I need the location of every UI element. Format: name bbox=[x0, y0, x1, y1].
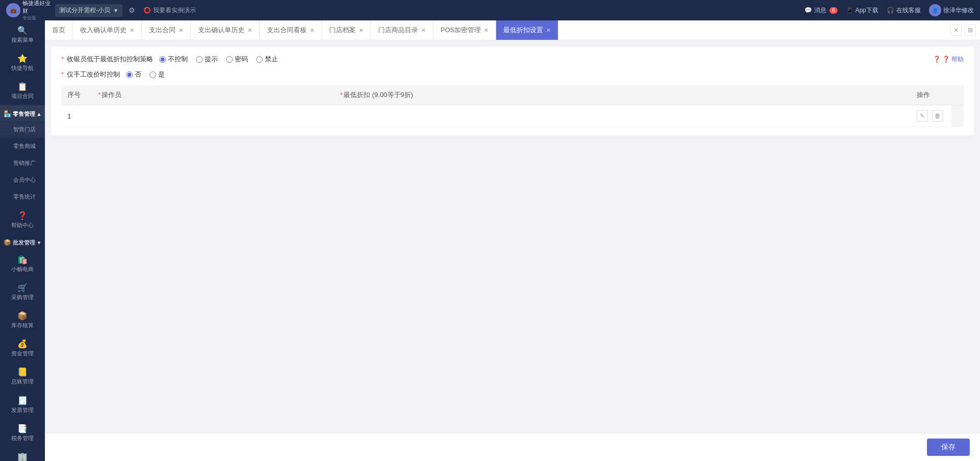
tab-expand-button[interactable]: ⊞ bbox=[965, 25, 976, 36]
tab-close-store-product-catalog[interactable]: ✕ bbox=[421, 28, 426, 33]
tab-close-all-button[interactable]: ✕ bbox=[950, 25, 962, 36]
cell-actions: ✎ 🗑 bbox=[911, 105, 951, 127]
tab-close-payment-contract[interactable]: ✕ bbox=[179, 28, 183, 33]
user-menu[interactable]: 👤 徐泽华修改 bbox=[929, 4, 974, 16]
sidebar-item-fixed-assets[interactable]: 🏢 固定资产 bbox=[0, 447, 45, 461]
radio-manual-yes[interactable]: 是 bbox=[150, 70, 165, 79]
radio-prompt-input[interactable] bbox=[196, 56, 203, 63]
tab-close-payment-contract-board[interactable]: ✕ bbox=[310, 28, 314, 33]
sidebar-item-fund-management[interactable]: 💰 资金管理 bbox=[0, 334, 45, 362]
radio-forbid-input[interactable] bbox=[256, 56, 263, 63]
cashier-control-radio-group: 不控制 提示 密码 禁止 bbox=[159, 55, 278, 64]
edit-row-button[interactable]: ✎ bbox=[917, 110, 928, 122]
sidebar-item-invoice[interactable]: 🧾 发票管理 bbox=[0, 391, 45, 419]
inventory-icon: 📦 bbox=[17, 311, 28, 321]
sidebar-item-retail-mall[interactable]: 零售商城 bbox=[0, 138, 45, 155]
message-icon: 💬 bbox=[804, 7, 812, 14]
demo-link[interactable]: ⭕ 我要看实例演示 bbox=[143, 6, 196, 15]
sidebar-item-quick-nav[interactable]: ⭐ 快捷导航 bbox=[0, 48, 45, 77]
sidebar-item-project-contract[interactable]: 📋 项目合同 bbox=[0, 77, 45, 105]
sidebar-item-smart-store[interactable]: 智营门店 bbox=[0, 121, 45, 138]
logo-area: 💼 畅捷通好业财 专业版 bbox=[6, 0, 51, 21]
sidebar: 🔍 搜索菜单 ⭐ 快捷导航 📋 项目合同 🏪 零售管理 ▲ 智营门店 零售商城 … bbox=[0, 20, 45, 461]
ledger-icon: 📒 bbox=[17, 367, 28, 377]
project-selector[interactable]: 测试分开需程-小贝 ▼ bbox=[55, 4, 122, 17]
tab-close-pos-password[interactable]: ✕ bbox=[484, 28, 488, 33]
cashier-control-label: * 收银员低于最低折扣控制策略 bbox=[61, 55, 153, 64]
tab-payment-contract-board[interactable]: 支出合同看板 ✕ bbox=[260, 20, 322, 40]
messages-button[interactable]: 💬 消息 8 bbox=[804, 6, 838, 15]
sidebar-item-member-center[interactable]: 会员中心 bbox=[0, 172, 45, 188]
fixed-assets-icon: 🏢 bbox=[17, 452, 28, 461]
tab-pos-password[interactable]: POS加密管理 ✕ bbox=[433, 20, 496, 40]
tab-close-store-file[interactable]: ✕ bbox=[359, 28, 363, 33]
search-menu-icon: 🔍 bbox=[17, 26, 28, 35]
sidebar-section-retail-management[interactable]: 🏪 零售管理 ▲ bbox=[0, 105, 45, 121]
tab-bar: 首页 收入确认单历史 ✕ 支出合同 ✕ 支出确认单历史 ✕ 支出合同看板 ✕ 门… bbox=[45, 20, 980, 40]
delete-row-button[interactable]: 🗑 bbox=[932, 110, 943, 122]
online-service-button[interactable]: 🎧 在线客服 bbox=[887, 6, 921, 15]
sidebar-item-small-ecommerce[interactable]: 🛍️ 小畅电商 bbox=[0, 250, 45, 278]
cell-seq: 1 bbox=[61, 105, 92, 127]
sidebar-item-ledger[interactable]: 📒 总账管理 bbox=[0, 362, 45, 390]
app-download-button[interactable]: 📱 App下载 bbox=[846, 6, 878, 15]
save-button[interactable]: 保存 bbox=[927, 439, 970, 456]
radio-manual-yes-input[interactable] bbox=[150, 71, 156, 78]
sidebar-section-batch-management[interactable]: 📦 批发管理 ▼ bbox=[0, 234, 45, 250]
col-header-seq: 序号 bbox=[61, 85, 92, 105]
logo-text: 畅捷通好业财 专业版 bbox=[22, 0, 51, 21]
invoice-icon: 🧾 bbox=[17, 396, 28, 405]
tab-close-income-confirm-history[interactable]: ✕ bbox=[130, 28, 134, 33]
tab-store-product-catalog[interactable]: 门店商品目录 ✕ bbox=[371, 20, 433, 40]
radio-prompt[interactable]: 提示 bbox=[196, 55, 218, 64]
radio-password[interactable]: 密码 bbox=[226, 55, 248, 64]
radio-manual-no-input[interactable] bbox=[126, 71, 133, 78]
header-right: 💬 消息 8 📱 App下载 🎧 在线客服 👤 徐泽华修改 bbox=[804, 4, 974, 16]
radio-password-input[interactable] bbox=[226, 56, 233, 63]
manual-price-row: * 仅手工改价时控制 否 是 bbox=[61, 70, 964, 79]
help-link[interactable]: ❓ ❓ 帮助 bbox=[933, 55, 964, 64]
radio-manual-no[interactable]: 否 bbox=[126, 70, 141, 79]
radio-no-control[interactable]: 不控制 bbox=[159, 55, 188, 64]
sidebar-item-search-menu[interactable]: 🔍 搜索菜单 bbox=[0, 20, 45, 48]
sidebar-item-help-center[interactable]: ❓ 帮助中心 bbox=[0, 206, 45, 234]
col-header-operator: *操作员 bbox=[92, 85, 334, 105]
cashier-control-row: * 收银员低于最低折扣控制策略 不控制 提示 bbox=[61, 55, 964, 64]
tab-min-discount-settings[interactable]: 最低折扣设置 ✕ bbox=[496, 20, 558, 40]
sidebar-item-retail-stats[interactable]: 零售统计 bbox=[0, 188, 45, 205]
online-service-label: 在线客服 bbox=[896, 6, 921, 15]
demo-icon: ⭕ bbox=[143, 7, 151, 14]
quick-nav-icon: ⭐ bbox=[17, 54, 28, 63]
tab-close-min-discount-settings[interactable]: ✕ bbox=[546, 28, 551, 33]
page-content: * 收银员低于最低折扣控制策略 不控制 提示 bbox=[45, 40, 980, 433]
help-center-icon: ❓ bbox=[17, 211, 28, 221]
tax-icon: 📑 bbox=[17, 424, 28, 433]
content-area: 首页 收入确认单历史 ✕ 支出合同 ✕ 支出确认单历史 ✕ 支出合同看板 ✕ 门… bbox=[45, 20, 980, 461]
tab-close-payment-confirm-history[interactable]: ✕ bbox=[248, 28, 252, 33]
sidebar-item-purchase-management[interactable]: 🛒 采购管理 bbox=[0, 278, 45, 306]
project-name: 测试分开需程-小贝 bbox=[59, 6, 110, 15]
sidebar-item-marketing[interactable]: 营销推广 bbox=[0, 155, 45, 172]
cell-min-discount bbox=[334, 105, 911, 127]
tab-payment-confirm-history[interactable]: 支出确认单历史 ✕ bbox=[191, 20, 260, 40]
cell-operator bbox=[92, 105, 334, 127]
app-download-label: App下载 bbox=[855, 6, 878, 15]
tab-income-confirm-history[interactable]: 收入确认单历史 ✕ bbox=[73, 20, 142, 40]
sidebar-item-inventory[interactable]: 📦 库存核算 bbox=[0, 306, 45, 334]
sidebar-item-tax[interactable]: 📑 税务管理 bbox=[0, 419, 45, 447]
avatar: 👤 bbox=[929, 4, 941, 16]
top-header: 💼 畅捷通好业财 专业版 测试分开需程-小贝 ▼ ⚙ ⭕ 我要看实例演示 💬 消… bbox=[0, 0, 980, 20]
tab-payment-contract[interactable]: 支出合同 ✕ bbox=[142, 20, 191, 40]
settings-icon[interactable]: ⚙ bbox=[127, 4, 137, 16]
messages-label: 消息 bbox=[814, 6, 826, 15]
cell-scrollbar bbox=[951, 105, 964, 127]
discount-table: 序号 *操作员 *最低折扣 (9.00等于9折) 操作 bbox=[61, 85, 964, 127]
tab-store-file[interactable]: 门店档案 ✕ bbox=[322, 20, 371, 40]
radio-forbid[interactable]: 禁止 bbox=[256, 55, 278, 64]
manual-price-label: * 仅手工改价时控制 bbox=[61, 70, 120, 79]
col-header-min-discount: *最低折扣 (9.00等于9折) bbox=[334, 85, 911, 105]
project-contract-icon: 📋 bbox=[17, 82, 28, 91]
radio-no-control-input[interactable] bbox=[159, 56, 166, 63]
tab-home[interactable]: 首页 bbox=[45, 20, 73, 40]
tab-bar-actions: ✕ ⊞ bbox=[946, 25, 980, 36]
